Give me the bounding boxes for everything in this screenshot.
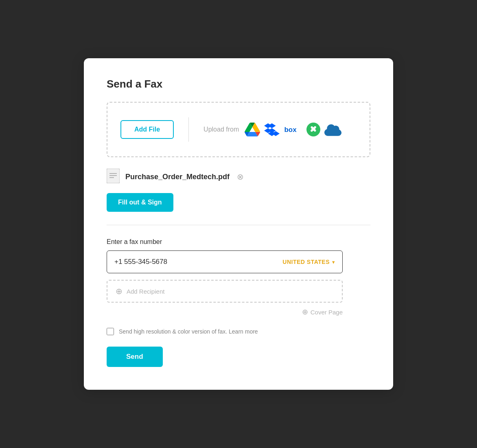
add-recipient-label: Add Recipient — [127, 288, 164, 295]
upload-zone: Add File Upload from — [107, 102, 370, 157]
svg-text:box: box — [284, 126, 297, 134]
box-icon[interactable]: box — [284, 123, 302, 136]
cloud-fax-icon[interactable] — [324, 123, 341, 136]
add-recipient-plus-icon: ⊕ — [116, 287, 123, 295]
google-drive-icon[interactable] — [245, 123, 260, 136]
upload-from-section: Upload from — [203, 123, 341, 136]
evernote-icon[interactable] — [306, 123, 320, 136]
chevron-down-icon: ▾ — [332, 259, 335, 265]
upload-from-label: Upload from — [203, 126, 239, 133]
hires-checkbox-row: Send high resolution & color version of … — [107, 328, 370, 335]
cover-page-label[interactable]: Cover Page — [311, 309, 343, 316]
fax-number-input[interactable] — [114, 258, 282, 266]
country-selector[interactable]: UNITED STATES ▾ — [282, 259, 335, 265]
hires-checkbox[interactable] — [107, 328, 114, 335]
cover-page-row: ⊕ Cover Page — [107, 307, 343, 316]
send-button[interactable]: Send — [107, 347, 163, 367]
add-file-button[interactable]: Add File — [120, 120, 174, 139]
page-title: Send a Fax — [107, 78, 370, 90]
cover-page-plus-icon: ⊕ — [302, 307, 308, 316]
file-icon — [107, 169, 120, 185]
hires-label: Send high resolution & color version of … — [119, 328, 258, 335]
fax-input-row: UNITED STATES ▾ — [107, 250, 343, 273]
file-name: Purchase_Order_Medtech.pdf — [125, 173, 230, 181]
fax-section-label: Enter a fax number — [107, 238, 370, 246]
file-row: Purchase_Order_Medtech.pdf ⊗ — [107, 169, 370, 185]
remove-file-button[interactable]: ⊗ — [237, 172, 244, 182]
country-label: UNITED STATES — [282, 259, 330, 265]
section-divider — [107, 225, 370, 225]
upload-divider — [188, 117, 189, 142]
dropbox-icon[interactable] — [264, 123, 280, 136]
send-fax-card: Send a Fax Add File Upload from — [84, 58, 393, 390]
add-recipient-box[interactable]: ⊕ Add Recipient — [107, 280, 343, 303]
learn-more-link[interactable]: Learn more — [229, 328, 258, 335]
fill-sign-button[interactable]: Fill out & Sign — [107, 193, 173, 212]
cloud-icons-group: box — [245, 123, 341, 136]
